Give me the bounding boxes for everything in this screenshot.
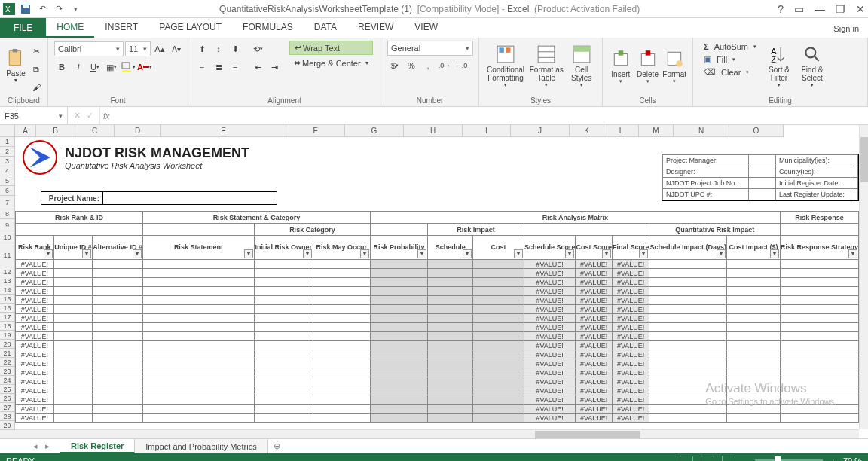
grid-cell[interactable] — [473, 296, 524, 305]
column-header[interactable]: F — [286, 125, 345, 137]
grid-cell[interactable]: #VALUE! — [524, 377, 576, 386]
grid-cell[interactable] — [780, 377, 858, 386]
filter-dropdown-icon[interactable]: ▾ — [360, 249, 369, 258]
filter-dropdown-icon[interactable]: ▾ — [463, 249, 472, 258]
grid-cell[interactable] — [726, 414, 780, 423]
grid-cell[interactable] — [428, 305, 473, 314]
grid-cell[interactable] — [142, 386, 254, 395]
grid-cell[interactable] — [370, 368, 427, 377]
sheet-tab-impact-probability[interactable]: Impact and Probability Metrics — [135, 439, 267, 453]
grid-cell[interactable] — [726, 260, 780, 269]
filter-dropdown-icon[interactable]: ▾ — [82, 249, 91, 258]
grid-cell[interactable] — [313, 287, 370, 296]
grid-cell[interactable]: #VALUE! — [524, 332, 576, 341]
grid-cell[interactable] — [313, 296, 370, 305]
grid-cell[interactable] — [142, 350, 254, 359]
grid-cell[interactable]: #VALUE! — [576, 359, 613, 368]
filter-dropdown-icon[interactable]: ▾ — [770, 249, 779, 258]
table-row[interactable]: #VALUE!#VALUE!#VALUE!#VALUE! — [16, 305, 859, 314]
grid-cell[interactable] — [93, 414, 143, 423]
grid-cell[interactable] — [142, 323, 254, 332]
tab-page-layout[interactable]: PAGE LAYOUT — [148, 18, 232, 38]
grid-cell[interactable]: #VALUE! — [576, 377, 613, 386]
grid-cell[interactable] — [93, 377, 143, 386]
grid-cell[interactable] — [649, 377, 727, 386]
grid-cell[interactable]: #VALUE! — [612, 323, 649, 332]
grid-column-header[interactable]: Alternative ID #▾ — [93, 236, 143, 260]
grid-cell[interactable] — [313, 414, 370, 423]
grid-cell[interactable] — [142, 341, 254, 350]
grid-cell[interactable]: #VALUE! — [576, 332, 613, 341]
filter-dropdown-icon[interactable]: ▾ — [133, 249, 142, 258]
grid-cell[interactable]: #VALUE! — [612, 414, 649, 423]
grid-cell[interactable] — [428, 405, 473, 414]
page-break-view-icon[interactable] — [722, 456, 735, 461]
grid-cell[interactable] — [254, 395, 313, 405]
conditional-formatting-button[interactable]: Conditional Formatting▾ — [485, 41, 526, 92]
row-header[interactable]: 8 — [0, 209, 15, 219]
column-header[interactable]: N — [674, 125, 729, 137]
row-header[interactable]: 9 — [0, 219, 15, 231]
grid-cell[interactable] — [254, 269, 313, 278]
grid-cell[interactable] — [313, 341, 370, 350]
percent-format-icon[interactable]: % — [404, 58, 419, 73]
table-row[interactable]: #VALUE!#VALUE!#VALUE!#VALUE! — [16, 260, 859, 269]
tab-insert[interactable]: INSERT — [94, 18, 148, 38]
grid-column-header[interactable]: Schedule Score▾ — [524, 236, 576, 260]
grid-cell[interactable]: #VALUE! — [524, 305, 576, 314]
grid-cell[interactable] — [726, 305, 780, 314]
project-info-cell[interactable] — [749, 166, 776, 178]
grid-cell[interactable]: #VALUE! — [524, 386, 576, 395]
grid-cell[interactable] — [726, 278, 780, 287]
grid-cell[interactable] — [93, 287, 143, 296]
grid-cell[interactable] — [142, 395, 254, 405]
grid-cell[interactable] — [254, 314, 313, 323]
grid-cell[interactable] — [370, 414, 427, 423]
font-color-icon[interactable]: A▾ — [137, 60, 152, 75]
grid-cell[interactable]: #VALUE! — [576, 260, 613, 269]
grid-cell[interactable] — [313, 405, 370, 414]
grid-cell[interactable]: #VALUE! — [16, 287, 54, 296]
grid-cell[interactable] — [649, 305, 727, 314]
grid-column-header[interactable]: Cost Score▾ — [576, 236, 613, 260]
grid-cell[interactable] — [780, 314, 858, 323]
grid-cell[interactable] — [428, 260, 473, 269]
table-row[interactable]: #VALUE!#VALUE!#VALUE!#VALUE! — [16, 341, 859, 350]
find-select-button[interactable]: Find & Select▾ — [797, 41, 827, 92]
grid-cell[interactable]: #VALUE! — [576, 368, 613, 377]
row-header[interactable]: 21 — [0, 349, 15, 358]
project-info-cell[interactable]: Last Register Update: — [776, 189, 851, 200]
grid-cell[interactable] — [254, 341, 313, 350]
grid-cell[interactable]: #VALUE! — [524, 350, 576, 359]
project-info-cell[interactable]: Designer: — [663, 166, 749, 178]
grid-cell[interactable] — [649, 332, 727, 341]
row-header[interactable]: 11 — [0, 243, 15, 267]
row-header[interactable]: 15 — [0, 295, 15, 304]
grid-cell[interactable] — [254, 287, 313, 296]
grid-cell[interactable] — [726, 395, 780, 405]
grid-column-header[interactable]: Risk Rank▾ — [16, 236, 54, 260]
grid-cell[interactable] — [428, 332, 473, 341]
column-header[interactable]: L — [604, 125, 639, 137]
grid-cell[interactable] — [428, 395, 473, 405]
grid-cell[interactable] — [254, 377, 313, 386]
table-row[interactable]: #VALUE!#VALUE!#VALUE!#VALUE! — [16, 332, 859, 341]
format-cells-button[interactable]: Format▾ — [662, 41, 686, 92]
row-header[interactable]: 28 — [0, 412, 15, 421]
column-header[interactable]: B — [36, 125, 75, 137]
grid-cell[interactable] — [254, 405, 313, 414]
row-header[interactable]: 23 — [0, 367, 15, 376]
project-info-cell[interactable]: Initial Register Date: — [776, 178, 851, 189]
grid-cell[interactable] — [428, 287, 473, 296]
grid-cell[interactable]: #VALUE! — [16, 368, 54, 377]
grid-cell[interactable] — [142, 414, 254, 423]
grid-cell[interactable] — [428, 359, 473, 368]
row-header[interactable]: 29 — [0, 421, 15, 430]
table-row[interactable]: #VALUE!#VALUE!#VALUE!#VALUE! — [16, 269, 859, 278]
row-header[interactable]: 12 — [0, 267, 15, 276]
grid-cell[interactable] — [254, 296, 313, 305]
undo-icon[interactable]: ↶ — [36, 3, 48, 15]
row-header[interactable]: 14 — [0, 285, 15, 295]
grid-cell[interactable]: #VALUE! — [524, 260, 576, 269]
row-header[interactable]: 18 — [0, 322, 15, 331]
